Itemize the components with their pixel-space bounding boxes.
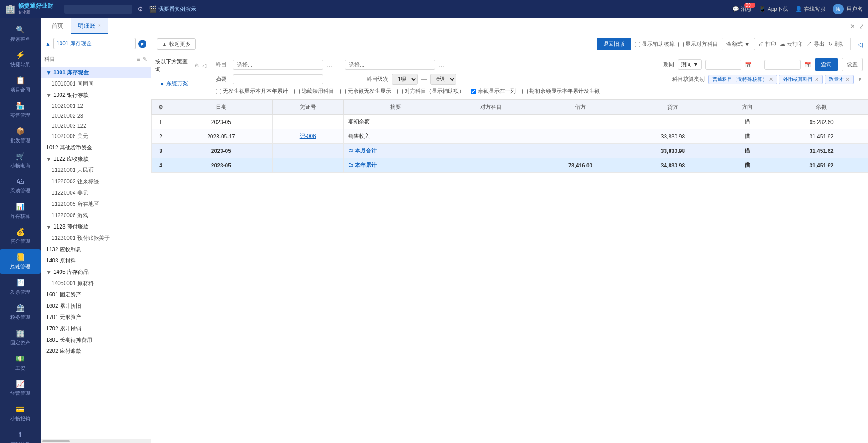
online-service-btn[interactable]: 👤 在线客服	[795, 5, 826, 13]
period-from[interactable]: 2023-05	[705, 60, 741, 70]
subject-input[interactable]	[233, 60, 323, 70]
sidebar-item-expense[interactable]: 💳 小畅报销	[0, 401, 41, 426]
tag-foreign-close[interactable]: ✕	[815, 76, 819, 82]
sidebar-item-wholesale[interactable]: 📦 批发管理	[0, 123, 41, 148]
sidebar-item-tax[interactable]: 🏦 税务管理	[0, 300, 41, 324]
collapse-more-btn[interactable]: ▲ 收起更多	[157, 38, 196, 50]
demo-link[interactable]: 🎬 我要看实例演示	[149, 5, 196, 13]
tree-item-11220004[interactable]: 11220004 美元	[41, 187, 151, 199]
tree-item-10020002[interactable]: 10020002 23	[41, 111, 151, 121]
tree-item-1602[interactable]: 1602 累计折旧	[41, 300, 151, 312]
tree-item-1002[interactable]: ▼ 1002 银行存款	[41, 90, 151, 101]
sidebar-item-assets[interactable]: 🏢 固定资产	[0, 325, 41, 350]
app-download-btn[interactable]: 📱 App下载	[759, 5, 788, 13]
tree-item-1132[interactable]: 1132 应收利息	[41, 244, 151, 255]
message-btn[interactable]: 💬 消息 99+	[732, 5, 752, 13]
period-dropdown[interactable]: 期间 ▼	[678, 59, 702, 70]
export-btn[interactable]: ↗ 导出	[807, 40, 824, 48]
sidebar-item-purchase[interactable]: 🛍 采购管理	[0, 174, 41, 198]
tree-item-11230001[interactable]: 11230001 预付账款美于	[41, 233, 151, 244]
settings-icon[interactable]: ⚙	[137, 5, 143, 13]
level-to-select[interactable]: 6级5级4级	[430, 74, 456, 85]
cell-credit: 33,830.98	[627, 129, 719, 144]
period-calendar-icon1[interactable]: 📅	[745, 62, 752, 68]
tree-item-11220001[interactable]: 11220001 人民币	[41, 165, 151, 176]
tree-item-1405[interactable]: ▼ 1405 库存商品	[41, 267, 151, 278]
cb-contra-input[interactable]	[397, 89, 403, 94]
return-old-btn[interactable]: 退回旧版	[597, 38, 631, 50]
cb-balance-col-input[interactable]	[471, 89, 476, 94]
summary-input[interactable]	[233, 74, 323, 84]
tab-detail[interactable]: 明细账 ×	[71, 18, 108, 34]
tree-item-1001[interactable]: ▼ 1001 库存现金	[41, 67, 151, 78]
user-area[interactable]: 用 用户名	[833, 4, 863, 14]
settings-icon[interactable]: ⚙	[194, 62, 199, 69]
account-nav-btn[interactable]: ▶	[138, 40, 146, 48]
period-calendar-icon2[interactable]: 📅	[804, 62, 811, 68]
sidebar-item-search[interactable]: 🔍 搜索菜单	[0, 22, 41, 46]
sidebar-item-invoice[interactable]: 🧾 发票管理	[0, 275, 41, 299]
tree-item-1123[interactable]: ▼ 1123 预付账款	[41, 221, 151, 233]
sidebar-item-retail[interactable]: 🏪 零售管理	[0, 98, 41, 122]
tree-item-10020001[interactable]: 10020001 12	[41, 101, 151, 111]
calc-type-dropdown[interactable]: ▼	[857, 76, 863, 82]
cb-no-balance-input[interactable]	[340, 89, 346, 94]
tree-item-1701[interactable]: 1701 无形资产	[41, 312, 151, 323]
tree-item-1122[interactable]: ▼ 1122 应收账款	[41, 153, 151, 165]
sidebar-item-ledger[interactable]: 📒 总账管理	[0, 249, 41, 274]
tab-expand-btn[interactable]: ⤢	[859, 23, 864, 30]
sidebar-item-basic[interactable]: ℹ 基础信息	[0, 427, 41, 443]
tree-item-1702[interactable]: 1702 累计摊销	[41, 323, 151, 334]
cb-hide-disabled-input[interactable]	[294, 89, 300, 94]
edit-icon[interactable]: ✎	[143, 56, 147, 62]
tab-close-btn[interactable]: ✕	[850, 23, 855, 30]
tree-item-11220002[interactable]: 11220002 往来标签	[41, 176, 151, 187]
tree-item-14050001[interactable]: 14050001 原材料	[41, 278, 151, 289]
cb-show-ytd-input[interactable]	[522, 89, 528, 94]
sidebar-item-ecommerce[interactable]: 🛒 小畅电商	[0, 148, 41, 173]
voucher-link[interactable]: 记-006	[300, 133, 316, 139]
tag-quantity-close[interactable]: ✕	[845, 76, 849, 82]
list-icon[interactable]: ≡	[137, 56, 140, 62]
tree-item-1601[interactable]: 1601 固定资产	[41, 289, 151, 300]
horizontal-scrollbar[interactable]	[41, 439, 151, 443]
settings-btn[interactable]: 设置	[842, 58, 863, 71]
level-from-select[interactable]: 1级2级3级	[392, 74, 418, 85]
refresh-btn[interactable]: ↻ 刷新	[828, 40, 845, 48]
cloud-print-btn[interactable]: ☁ 云打印	[780, 40, 803, 48]
tree-item-1801[interactable]: 1801 长期待摊费用	[41, 334, 151, 346]
sidebar-item-inventory[interactable]: 📊 库存核算	[0, 199, 41, 223]
tree-item-1403[interactable]: 1403 原材料	[41, 255, 151, 267]
sidebar-item-project[interactable]: 📋 项目合同	[0, 72, 41, 97]
tree-item-10020003[interactable]: 10020003 122	[41, 121, 151, 131]
top-search-input[interactable]	[64, 5, 132, 14]
account-selector[interactable]: 1001 库存现金	[53, 38, 136, 49]
subject-input2[interactable]	[345, 60, 435, 70]
sidebar-item-salary[interactable]: 💵 工资	[0, 351, 41, 375]
collapse-left-icon[interactable]: ◁	[202, 62, 206, 69]
period-to[interactable]: 2023-05	[764, 60, 801, 70]
tree-item-1012[interactable]: 1012 其他货币资金	[41, 142, 151, 153]
tree-item-2202[interactable]: 2202 应付账款	[41, 346, 151, 357]
show-contra-checkbox[interactable]	[678, 42, 684, 47]
col-settings[interactable]: ⚙	[152, 100, 170, 115]
sidebar-item-operation[interactable]: 📈 经营管理	[0, 376, 41, 400]
print-btn[interactable]: 🖨 打印	[759, 40, 776, 48]
cell-date: 2023-05	[170, 158, 273, 173]
scheme-system[interactable]: ● 系统方案	[155, 76, 206, 91]
tree-item-10010001[interactable]: 10010001 同同同	[41, 78, 151, 90]
gear-col-icon[interactable]: ⚙	[158, 104, 163, 110]
tree-item-11220005[interactable]: 11220005 所在地区	[41, 199, 151, 210]
show-helper-checkbox[interactable]	[635, 42, 640, 47]
sidebar-item-shortcut[interactable]: ⚡ 快捷导航	[0, 47, 41, 71]
tree-item-11220006[interactable]: 11220006 游戏	[41, 210, 151, 221]
tag-normal-close[interactable]: ✕	[769, 76, 773, 82]
tab-home[interactable]: 首页	[44, 18, 71, 34]
sidebar-item-capital[interactable]: 💰 资金管理	[0, 224, 41, 248]
query-btn[interactable]: 查询	[815, 58, 838, 71]
tree-item-10020006[interactable]: 10020006 美元	[41, 131, 151, 142]
cb-no-occur-input[interactable]	[216, 89, 221, 94]
right-panel-toggle[interactable]: ◁	[858, 41, 863, 48]
style-btn[interactable]: 金额式 ▼	[722, 38, 755, 50]
tab-close-icon[interactable]: ×	[98, 23, 101, 28]
